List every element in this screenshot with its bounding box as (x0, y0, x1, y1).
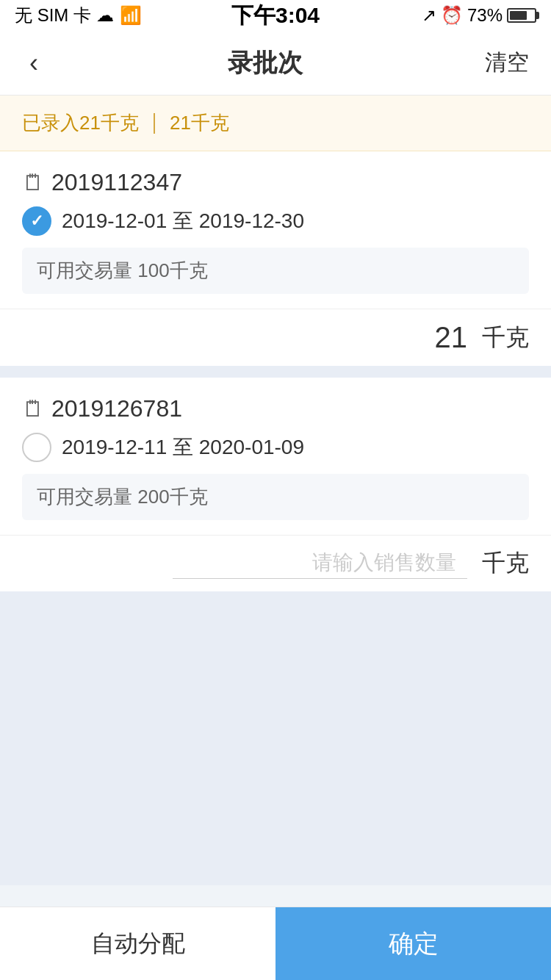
bottom-bar: 自动分配 确定 (0, 907, 551, 980)
batch-1-date: 2019-12-01 至 2019-12-30 (62, 207, 304, 235)
batch-1-date-row: 2019-12-01 至 2019-12-30 (0, 202, 551, 248)
batch-2-quantity-input[interactable] (173, 548, 467, 579)
no-sim-text: 无 SIM 卡 ☁ (15, 4, 114, 27)
status-left: 无 SIM 卡 ☁ 📶 (15, 4, 142, 27)
batch-2-amount-row: 千克 (0, 535, 551, 591)
nav-bar: ‹ 录批次 清空 (0, 31, 551, 96)
bottom-spacer (0, 591, 551, 885)
location-icon: ↗ (422, 5, 436, 26)
batch-1-amount-row: 21 千克 (0, 309, 551, 366)
batch-1-available: 可用交易量 100千克 (22, 248, 529, 294)
confirm-button[interactable]: 确定 (276, 907, 551, 980)
batch-1-amount-value: 21 (435, 321, 468, 354)
batch-2-id: 2019126781 (51, 395, 182, 422)
batch-1-icon: 🗒 (22, 170, 44, 195)
batch-2-radio[interactable] (22, 433, 51, 462)
batch-2-date-row: 2019-12-11 至 2020-01-09 (0, 428, 551, 474)
auto-distribute-button[interactable]: 自动分配 (0, 907, 276, 980)
batch-2-unit: 千克 (482, 547, 529, 580)
section-divider (0, 366, 551, 378)
batch-2-icon: 🗒 (22, 397, 44, 422)
status-right: ↗ ⏰ 73% (422, 5, 536, 26)
battery-icon (507, 8, 536, 23)
batch-2-available: 可用交易量 200千克 (22, 474, 529, 520)
batch-1-unit: 千克 (482, 322, 529, 354)
status-bar: 无 SIM 卡 ☁ 📶 下午3:04 ↗ ⏰ 73% (0, 0, 551, 31)
back-button[interactable]: ‹ (22, 40, 46, 86)
battery-percent: 73% (467, 5, 503, 26)
wifi-icon: 📶 (120, 5, 142, 26)
batch-1-header: 🗒 2019112347 (0, 151, 551, 202)
batch-2-header: 🗒 2019126781 (0, 378, 551, 428)
recorded-value: 21千克 (170, 110, 229, 136)
batch-1-id: 2019112347 (51, 169, 182, 196)
page-title: 录批次 (228, 46, 303, 80)
alarm-icon: ⏰ (441, 5, 463, 26)
batch-item-2: 🗒 2019126781 2019-12-11 至 2020-01-09 可用交… (0, 378, 551, 591)
status-time: 下午3:04 (231, 1, 320, 31)
clear-button[interactable]: 清空 (485, 48, 529, 78)
recorded-label: 已录入21千克 (22, 110, 139, 136)
batch-2-date: 2019-12-11 至 2020-01-09 (62, 433, 304, 461)
info-divider (154, 113, 155, 134)
batch-item-1: 🗒 2019112347 2019-12-01 至 2019-12-30 可用交… (0, 151, 551, 366)
batch-1-radio[interactable] (22, 206, 51, 236)
info-banner: 已录入21千克 21千克 (0, 96, 551, 151)
